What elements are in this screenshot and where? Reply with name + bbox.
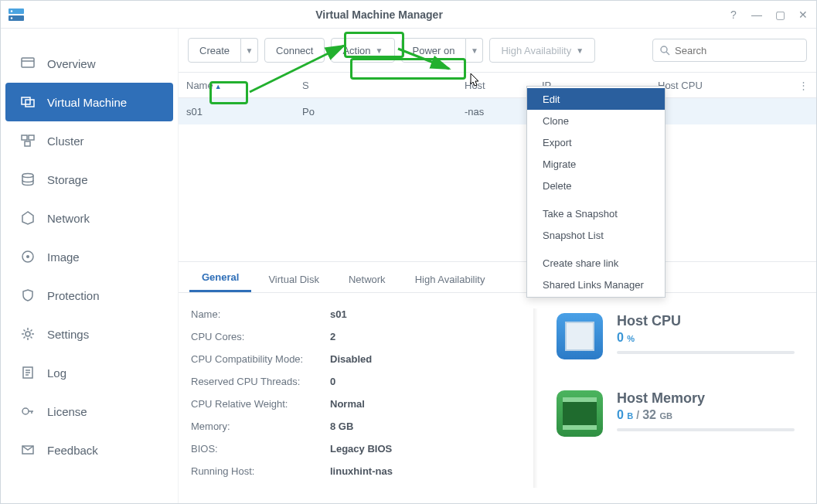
menu-separator <box>527 196 665 203</box>
app-icon <box>7 5 26 24</box>
menu-item-shared-links-manager[interactable]: Shared Links Manager <box>527 274 665 295</box>
protection-icon <box>19 288 36 302</box>
power-on-dropdown-caret[interactable]: ▼ <box>466 38 483 63</box>
tab-general[interactable]: General <box>189 264 251 292</box>
sidebar-item-feedback[interactable]: Feedback <box>1 431 178 469</box>
window-title: Virtual Machine Manager <box>32 9 727 21</box>
connect-button[interactable]: Connect <box>264 38 325 63</box>
col-header-more[interactable]: ⋮ <box>758 80 816 91</box>
cell-host-cpu: - <box>650 106 758 117</box>
svg-point-2 <box>11 10 12 12</box>
metric-title: Host Memory <box>617 390 795 407</box>
svg-point-11 <box>22 174 33 178</box>
menu-item-take-snapshot[interactable]: Take a Snapshot <box>527 203 665 224</box>
tab-network[interactable]: Network <box>336 267 398 292</box>
maximize-button[interactable]: ▢ <box>773 9 787 21</box>
create-dropdown-caret[interactable]: ▼ <box>241 38 258 63</box>
menu-item-migrate[interactable]: Migrate <box>527 153 665 175</box>
vm-icon <box>19 95 36 109</box>
sidebar-item-storage[interactable]: Storage <box>1 160 178 199</box>
search-icon <box>659 45 670 56</box>
sidebar-item-label: Feedback <box>47 444 98 457</box>
menu-item-delete[interactable]: Delete <box>527 175 665 196</box>
menu-item-clone[interactable]: Clone <box>527 110 665 131</box>
power-on-button[interactable]: Power on <box>401 38 467 63</box>
cpu-icon <box>557 313 603 359</box>
storage-icon <box>19 172 36 186</box>
table-row[interactable]: s01 Po -nas - - <box>179 98 816 124</box>
property-row: Running Host:linuxhint-nas <box>191 465 515 477</box>
toolbar: Create ▼ Connect Action▼ Power on ▼ High… <box>179 29 816 72</box>
svg-point-15 <box>26 332 30 336</box>
metric-value: 0 B/32 GB <box>617 408 795 422</box>
sidebar-item-label: Network <box>47 212 90 225</box>
help-icon[interactable]: ? <box>727 9 740 21</box>
property-row: CPU Compatibility Mode:Disabled <box>191 353 515 365</box>
chevron-down-icon: ▼ <box>576 46 584 55</box>
svg-marker-12 <box>22 212 33 224</box>
col-header-status[interactable]: S <box>294 80 457 91</box>
col-header-host[interactable]: Host <box>457 80 534 91</box>
overview-icon <box>19 56 36 70</box>
table-header: Name▲ S Host IP Host CPU ⋮ <box>179 72 816 98</box>
license-icon <box>19 404 36 418</box>
titlebar: Virtual Machine Manager ? — ▢ ✕ <box>1 1 816 29</box>
sidebar-item-overview[interactable]: Overview <box>1 44 178 83</box>
action-button[interactable]: Action▼ <box>331 38 394 63</box>
sidebar: Overview Virtual Machine Cluster Storage… <box>1 29 179 503</box>
menu-item-edit[interactable]: Edit <box>527 88 665 110</box>
sidebar-item-label: Cluster <box>47 135 84 148</box>
svg-point-3 <box>11 17 12 19</box>
high-availability-button[interactable]: High Availability▼ <box>489 38 595 63</box>
sidebar-item-label: Protection <box>47 289 100 302</box>
close-button[interactable]: ✕ <box>796 9 810 21</box>
property-row: Name:s01 <box>191 308 515 320</box>
col-header-name[interactable]: Name▲ <box>179 80 294 91</box>
menu-item-snapshot-list[interactable]: Snapshot List <box>527 224 665 246</box>
action-menu: Edit Clone Export Migrate Delete Take a … <box>526 86 666 298</box>
metric-host-memory: Host Memory 0 B/32 GB <box>557 390 804 437</box>
search-input[interactable] <box>675 45 805 56</box>
memory-icon <box>557 390 603 437</box>
sort-asc-icon: ▲ <box>215 83 222 90</box>
sidebar-item-settings[interactable]: Settings <box>1 315 178 353</box>
property-row: BIOS:Legacy BIOS <box>191 443 515 455</box>
sidebar-item-license[interactable]: License <box>1 392 178 431</box>
property-row: CPU Cores:2 <box>191 331 515 342</box>
cluster-icon <box>19 134 36 148</box>
chevron-down-icon: ▼ <box>376 46 383 55</box>
settings-icon <box>19 327 36 341</box>
cell-status: Po <box>294 106 457 117</box>
menu-item-export[interactable]: Export <box>527 131 665 153</box>
svg-point-22 <box>661 46 667 53</box>
sidebar-item-cluster[interactable]: Cluster <box>1 121 178 160</box>
menu-item-create-share-link[interactable]: Create share link <box>527 252 665 274</box>
tab-high-availability[interactable]: High Availability <box>403 267 498 292</box>
col-header-host-cpu[interactable]: Host CPU <box>650 80 758 91</box>
sidebar-item-image[interactable]: Image <box>1 237 178 276</box>
sidebar-item-protection[interactable]: Protection <box>1 276 178 315</box>
metric-bar <box>617 428 795 431</box>
tab-virtual-disk[interactable]: Virtual Disk <box>256 267 332 292</box>
sidebar-item-network[interactable]: Network <box>1 199 178 237</box>
minimize-button[interactable]: — <box>750 9 764 21</box>
sidebar-item-label: Virtual Machine <box>47 96 127 109</box>
sidebar-item-label: Image <box>47 250 80 264</box>
sidebar-item-label: Overview <box>47 57 96 70</box>
property-row: CPU Relative Weight:Normal <box>191 398 515 410</box>
feedback-icon <box>19 443 36 457</box>
svg-point-14 <box>26 255 29 258</box>
scrollbar[interactable] <box>533 308 538 488</box>
property-row: Reserved CPU Threads:0 <box>191 376 515 387</box>
sidebar-item-log[interactable]: Log <box>1 353 178 392</box>
sidebar-item-virtual-machine[interactable]: Virtual Machine <box>5 83 173 121</box>
svg-rect-8 <box>22 135 27 140</box>
sidebar-item-label: Storage <box>47 173 88 186</box>
metric-host-cpu: Host CPU 0 % <box>557 313 804 359</box>
create-button[interactable]: Create <box>188 38 241 63</box>
log-icon <box>19 366 36 380</box>
sidebar-item-label: Log <box>47 366 66 380</box>
search-box[interactable] <box>652 39 807 62</box>
sidebar-item-label: License <box>47 405 87 418</box>
details-panel: Name:s01 CPU Cores:2 CPU Compatibility M… <box>179 292 816 503</box>
